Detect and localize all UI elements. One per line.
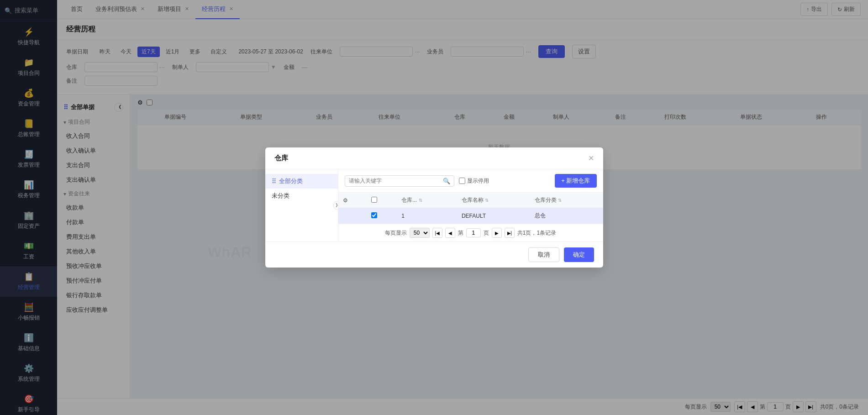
dialog-page-size-select[interactable]: 50 bbox=[410, 228, 430, 238]
warehouse-search-input[interactable] bbox=[349, 178, 440, 184]
dialog-footer: 取消 确定 bbox=[265, 242, 603, 268]
category-all-label: 全部分类 bbox=[279, 177, 303, 185]
col-warehouse-name[interactable]: 仓库名称 ⇅ bbox=[457, 193, 530, 208]
col-warehouse-code[interactable]: 仓库... ⇅ bbox=[397, 193, 457, 208]
warehouse-dialog: 仓库 ✕ ⠿ 全部分类 未分类 》 🔍 bbox=[265, 147, 603, 268]
sort-icon: ⇅ bbox=[419, 198, 422, 203]
dialog-page-number-input[interactable] bbox=[466, 228, 481, 237]
row-settings bbox=[338, 208, 367, 224]
warehouse-table: ⚙ 仓库... ⇅ 仓库名称 ⇅ bbox=[338, 193, 603, 224]
dialog-first-page-button[interactable]: |◀ bbox=[432, 228, 442, 238]
dialog-right-panel: 🔍 显示停用 + 新增仓库 ⚙ bbox=[338, 169, 603, 242]
dialog-total-info: 共1页，1条记录 bbox=[517, 229, 556, 237]
dialog-overlay: 仓库 ✕ ⠿ 全部分类 未分类 》 🔍 bbox=[0, 0, 868, 415]
dialog-last-page-button[interactable]: ▶| bbox=[505, 228, 515, 238]
dialog-table-wrap: ⚙ 仓库... ⇅ 仓库名称 ⇅ bbox=[338, 193, 603, 224]
row-index: 1 bbox=[397, 208, 457, 224]
row-checkbox bbox=[367, 208, 397, 224]
add-warehouse-button[interactable]: + 新增仓库 bbox=[555, 174, 596, 188]
dialog-page-label: 第 bbox=[458, 229, 463, 237]
warehouse-search-icon[interactable]: 🔍 bbox=[443, 178, 450, 184]
dialog-page-unit: 页 bbox=[484, 229, 489, 237]
select-all-warehouse-checkbox[interactable] bbox=[371, 197, 377, 203]
cancel-button[interactable]: 取消 bbox=[528, 247, 559, 262]
dialog-body: ⠿ 全部分类 未分类 》 🔍 显示停用 bbox=[265, 169, 603, 242]
category-grid-icon: ⠿ bbox=[272, 178, 276, 185]
dialog-prev-page-button[interactable]: ◀ bbox=[445, 228, 455, 238]
category-uncategorized[interactable]: 未分类 bbox=[265, 189, 338, 203]
show-disabled-checkbox[interactable] bbox=[459, 178, 465, 184]
dialog-category-panel: ⠿ 全部分类 未分类 》 bbox=[265, 169, 338, 242]
show-disabled-wrap: 显示停用 bbox=[459, 177, 489, 185]
warehouse-search-wrap: 🔍 bbox=[345, 175, 454, 187]
dialog-next-page-button[interactable]: ▶ bbox=[492, 228, 502, 238]
dialog-close-button[interactable]: ✕ bbox=[588, 154, 594, 163]
category-uncategorized-label: 未分类 bbox=[272, 192, 289, 200]
col-settings: ⚙ bbox=[338, 193, 367, 208]
sort-icon: ⇅ bbox=[485, 198, 489, 203]
page-size-label: 每页显示 bbox=[385, 229, 407, 237]
row-name: 总仓 bbox=[530, 208, 603, 224]
category-all[interactable]: ⠿ 全部分类 bbox=[265, 174, 338, 189]
category-collapse-button[interactable]: 》 bbox=[333, 201, 338, 210]
confirm-button[interactable]: 确定 bbox=[564, 247, 594, 262]
dialog-header: 仓库 ✕ bbox=[265, 147, 603, 169]
dialog-pagination: 每页显示 50 |◀ ◀ 第 页 ▶ ▶| 共1页，1条记录 bbox=[338, 224, 603, 242]
col-warehouse-category[interactable]: 仓库分类 ⇅ bbox=[530, 193, 603, 208]
sort-icon: ⇅ bbox=[558, 198, 562, 203]
table-settings-icon[interactable]: ⚙ bbox=[343, 197, 348, 204]
row-code: DEFAULT bbox=[457, 208, 530, 224]
dialog-title: 仓库 bbox=[274, 154, 288, 163]
show-disabled-label: 显示停用 bbox=[467, 177, 489, 185]
dialog-toolbar: 🔍 显示停用 + 新增仓库 bbox=[338, 169, 603, 193]
warehouse-table-row[interactable]: 1 DEFAULT 总仓 bbox=[338, 208, 603, 224]
row-select-checkbox[interactable] bbox=[371, 212, 377, 218]
col-checkbox bbox=[367, 193, 397, 208]
